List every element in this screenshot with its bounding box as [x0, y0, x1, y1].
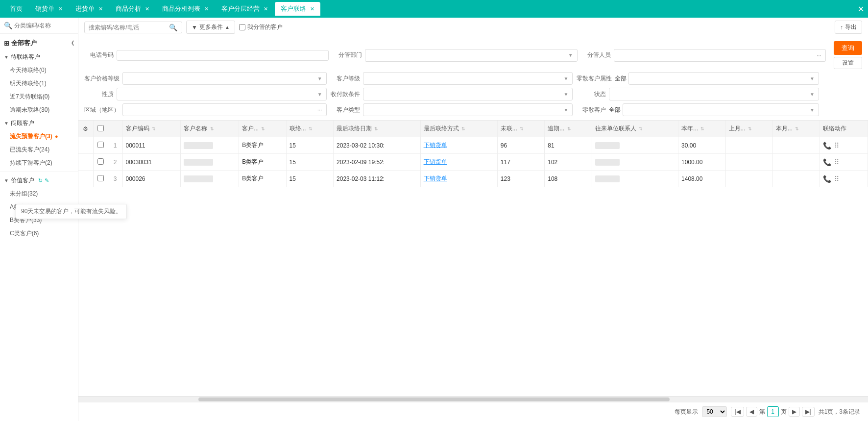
- row-last-method[interactable]: 下销货单: [420, 137, 497, 154]
- more-icon[interactable]: ⠿: [834, 158, 839, 166]
- close-icon[interactable]: ✕: [98, 6, 103, 12]
- table-header-row: ⚙ 客户编码 ⇅ 客户名称 ⇅ 客户... ⇅: [78, 121, 868, 137]
- more-icon[interactable]: ⠿: [834, 142, 839, 149]
- prev-page-button[interactable]: ◀: [746, 407, 757, 417]
- sidebar-item-overdue[interactable]: 逾期未联络(30): [0, 103, 78, 117]
- chevron-down-icon: ▼: [568, 52, 573, 58]
- table-header-settings[interactable]: ⚙: [78, 121, 93, 137]
- nav-purchase[interactable]: 进货单 ✕: [70, 2, 109, 16]
- nav-customer-segmentation[interactable]: 客户分层经营 ✕: [216, 2, 274, 16]
- close-icon[interactable]: ✕: [264, 6, 268, 12]
- retail-customer-select[interactable]: ▼: [623, 103, 819, 116]
- more-conditions-button[interactable]: ▼ 更多条件 ▲: [186, 21, 235, 34]
- price-level-select[interactable]: ▼: [122, 72, 327, 85]
- table-header-this-month[interactable]: 本月... ⇅: [773, 121, 820, 137]
- contact-icon[interactable]: 📞: [823, 142, 831, 149]
- horizontal-scrollbar[interactable]: [78, 396, 868, 402]
- sidebar-section-value[interactable]: ▼ 价值客户 ↻ ✎: [0, 174, 78, 187]
- row-last-method[interactable]: 下销货单: [420, 154, 497, 171]
- next-page-button[interactable]: ▶: [789, 407, 800, 417]
- nav-product-analysis[interactable]: 商品分析 ✕: [110, 2, 155, 16]
- retail-attr-select[interactable]: ▼: [628, 72, 819, 85]
- sidebar-item-tomorrow[interactable]: 明天待联络(1): [0, 77, 78, 90]
- manager-select[interactable]: ···: [614, 49, 826, 62]
- method-link[interactable]: 下销货单: [424, 142, 447, 149]
- sidebar-item-churn-lost[interactable]: 已流失客户(24): [0, 143, 78, 156]
- sidebar-item-7days[interactable]: 近7天待联络(0): [0, 90, 78, 103]
- nav-customer-contact[interactable]: 客户联络 ✕: [275, 2, 320, 16]
- select-all-checkbox[interactable]: [97, 125, 104, 131]
- sidebar-item-churn-declining[interactable]: 持续下滑客户(2): [0, 156, 78, 170]
- my-customers-checkbox[interactable]: [239, 24, 245, 30]
- table-header-code[interactable]: 客户编码 ⇅: [122, 121, 181, 137]
- more-icon[interactable]: ⠿: [834, 175, 839, 183]
- close-icon[interactable]: ✕: [310, 6, 314, 12]
- table-header-contact-person[interactable]: 往来单位联系人 ⇅: [592, 121, 678, 137]
- row-name: [181, 137, 239, 154]
- row-action: 📞 ⠿: [820, 171, 868, 187]
- sidebar-search-input[interactable]: [14, 22, 88, 29]
- sidebar-section-churn[interactable]: ▼ 闷顾客户: [0, 117, 78, 130]
- phone-input[interactable]: [117, 50, 329, 61]
- row-checkbox[interactable]: [93, 171, 108, 187]
- row-checkbox[interactable]: [93, 154, 108, 171]
- settings-button[interactable]: 设置: [834, 57, 862, 69]
- sidebar-item-today[interactable]: 今天待联络(0): [0, 64, 78, 77]
- table-header-last-method[interactable]: 最后联络方式 ⇅: [420, 121, 497, 137]
- last-page-button[interactable]: ▶|: [802, 407, 815, 417]
- refresh-icon[interactable]: ↻: [38, 177, 43, 184]
- method-link[interactable]: 下销货单: [424, 175, 447, 182]
- region-select[interactable]: ···: [122, 103, 327, 116]
- row-last-method[interactable]: 下销货单: [420, 171, 497, 187]
- contact-icon[interactable]: 📞: [823, 175, 831, 183]
- table-header-checkbox[interactable]: [93, 121, 108, 137]
- my-customers-checkbox-label[interactable]: 我分管的客户: [239, 23, 283, 31]
- row-last-month: [725, 154, 772, 171]
- search-input[interactable]: [89, 24, 167, 31]
- contact-icon[interactable]: 📞: [823, 158, 831, 166]
- table-header-name[interactable]: 客户名称 ⇅: [181, 121, 239, 137]
- row-checkbox[interactable]: [93, 137, 108, 154]
- sidebar-item-ungrouped[interactable]: 未分组(32): [0, 187, 78, 200]
- payment-select[interactable]: ▼: [363, 88, 573, 100]
- row-select-checkbox[interactable]: [97, 158, 104, 165]
- row-select-checkbox[interactable]: [97, 142, 104, 148]
- nav-home[interactable]: 首页: [4, 2, 28, 16]
- manager-label: 分管人员: [581, 51, 611, 59]
- sidebar-item-churn-warning[interactable]: 流失预警客户(3) ●: [0, 130, 78, 143]
- sidebar-section-pending[interactable]: ▼ 待联络客户: [0, 50, 78, 64]
- method-link[interactable]: 下销货单: [424, 158, 447, 165]
- search-icon[interactable]: 🔍: [169, 24, 177, 31]
- close-icon[interactable]: ✕: [58, 6, 63, 12]
- customer-level-select[interactable]: ▼: [363, 72, 573, 85]
- department-select[interactable]: ▼: [365, 49, 577, 62]
- row-select-checkbox[interactable]: [97, 175, 104, 181]
- table-header-this-year[interactable]: 本年... ⇅: [678, 121, 725, 137]
- scroll-thumb[interactable]: [198, 397, 670, 401]
- row-name: [181, 154, 239, 171]
- export-button[interactable]: ↑ 导出: [835, 21, 862, 34]
- filter-payment: 收付款条件 ▼: [331, 88, 573, 100]
- nav-sales[interactable]: 销货单 ✕: [29, 2, 69, 16]
- sidebar-all-customers[interactable]: ⊞ 全部客户 《: [0, 36, 78, 50]
- customer-type-select[interactable]: ▼: [363, 103, 573, 116]
- close-icon[interactable]: ✕: [204, 6, 209, 12]
- current-page: 1: [767, 406, 779, 417]
- table-header-last-month[interactable]: 上月... ⇅: [725, 121, 772, 137]
- window-close-button[interactable]: ✕: [858, 4, 864, 14]
- table-header-type[interactable]: 客户... ⇅: [239, 121, 286, 137]
- nav-product-analysis-list[interactable]: 商品分析列表 ✕: [156, 2, 215, 16]
- query-button[interactable]: 查询: [834, 41, 862, 55]
- sidebar-item-class-c[interactable]: C类客户(6): [0, 227, 78, 240]
- first-page-button[interactable]: |◀: [731, 407, 744, 417]
- nature-select[interactable]: ▼: [117, 88, 327, 100]
- table-header-contact[interactable]: 联络... ⇅: [286, 121, 333, 137]
- table-header-last-date[interactable]: 最后联络日期 ⇅: [334, 121, 421, 137]
- close-icon[interactable]: ✕: [145, 6, 149, 12]
- table-header-no-contact[interactable]: 未联... ⇅: [497, 121, 544, 137]
- per-page-select[interactable]: 50 100 200: [702, 406, 727, 417]
- status-select[interactable]: ▼: [609, 88, 819, 100]
- row-overdue: 81: [545, 137, 592, 154]
- table-header-overdue[interactable]: 逾期... ⇅: [545, 121, 592, 137]
- edit-icon[interactable]: ✎: [45, 177, 49, 184]
